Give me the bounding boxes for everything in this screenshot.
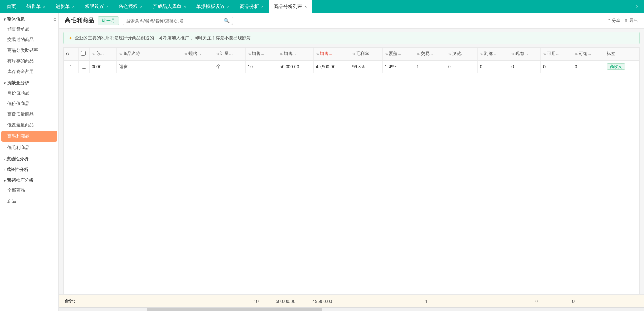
sidebar-item-new-goods[interactable]: 新品: [0, 196, 58, 206]
col-sellable[interactable]: 可销...: [572, 48, 604, 60]
select-all-checkbox[interactable]: [81, 51, 86, 56]
sidebar-group-marketing-arrow: ▾: [4, 178, 6, 182]
tab-product-analysis-close[interactable]: ×: [261, 4, 263, 9]
search-box[interactable]: 🔍: [123, 17, 233, 25]
cell-sales-amt: 50,000.00: [277, 60, 313, 73]
cell-name[interactable]: 运费: [116, 60, 182, 73]
sidebar-item-sales-goods[interactable]: 销售货单品: [0, 24, 58, 35]
content-header: 高毛利商品 近一月 🔍 ⤴ 分享 ⬆ 导出: [59, 13, 644, 29]
table-container[interactable]: ⚙ 商... 商品名称 规格... 计量... 销售... 销售... 销售..…: [63, 47, 640, 294]
tab-purchase-order[interactable]: 进货单 ×: [50, 0, 79, 13]
tab-product-warehousing-close[interactable]: ×: [184, 4, 186, 9]
sidebar-item-in-stock-goods[interactable]: 有库存的商品: [0, 56, 58, 66]
col-view1[interactable]: 浏览...: [446, 48, 477, 60]
tab-role-auth[interactable]: 角色授权 ×: [114, 0, 147, 13]
cell-check[interactable]: [78, 60, 89, 73]
tab-template-settings-close[interactable]: ×: [227, 4, 229, 9]
sidebar-group-flow-arrow: ›: [4, 157, 5, 161]
sidebar-item-stock-capital[interactable]: 库存资金占用: [0, 66, 58, 77]
filter-recent-month-button[interactable]: 近一月: [98, 16, 119, 25]
col-trade[interactable]: 交易...: [414, 48, 446, 60]
footer-label: 合计:: [65, 298, 75, 304]
col-current[interactable]: 现有...: [509, 48, 541, 60]
sidebar-collapse-button[interactable]: «: [53, 16, 56, 22]
sidebar-item-high-margin[interactable]: 高毛利商品: [1, 131, 57, 142]
tab-sales-order-close[interactable]: ×: [43, 4, 45, 9]
cell-current: 0: [509, 60, 541, 73]
tab-template-settings[interactable]: 单据模板设置 ×: [191, 0, 234, 13]
cell-spec: [182, 60, 214, 73]
col-tag: 标签: [604, 48, 639, 60]
col-spec[interactable]: 规格...: [182, 48, 214, 60]
row-checkbox[interactable]: [82, 64, 86, 69]
sidebar-item-category-rate[interactable]: 商品分类助销率: [0, 45, 58, 56]
col-sales-amt[interactable]: 销售...: [277, 48, 313, 60]
info-banner: ✦ 企业的主要的利润都是这部分商品创造的，可考虑加大推广，同时关注库存是不要出现…: [63, 32, 640, 44]
sidebar-item-all-goods[interactable]: 全部商品: [0, 185, 58, 196]
tag-badge: 高收入: [607, 63, 625, 70]
cell-tag: 高收入: [604, 60, 639, 73]
col-sales-cost[interactable]: 销售...: [313, 48, 350, 60]
footer-available: 0: [545, 299, 575, 304]
sidebar-group-contribution[interactable]: ▾ 贡献量分析: [0, 77, 58, 88]
export-button[interactable]: ⬆ 导出: [624, 18, 638, 24]
tab-permission-settings-close[interactable]: ×: [106, 4, 108, 9]
tab-product-warehousing[interactable]: 产成品入库单 ×: [148, 0, 191, 13]
col-sales-qty[interactable]: 销售...: [245, 48, 277, 60]
sidebar-group-growth[interactable]: › 成长性分析: [0, 164, 58, 174]
export-icon: ⬆: [624, 18, 628, 23]
footer-sales-amt: 50,000.00: [266, 299, 295, 304]
sidebar-group-flow[interactable]: › 流趋性分析: [0, 153, 58, 164]
tab-role-auth-close[interactable]: ×: [140, 4, 142, 9]
top-tab-bar: 首页 销售单 × 进货单 × 权限设置 × 角色授权 × 产成品入库单 × 单据…: [0, 0, 644, 13]
info-banner-text: 企业的主要的利润都是这部分商品创造的，可考虑加大推广，同时关注库存是不要出现缺货: [75, 35, 251, 41]
scrollbar-thumb[interactable]: [147, 308, 322, 311]
sidebar-group-overview[interactable]: ▾ 整体信息: [0, 13, 58, 24]
tab-purchase-order-close[interactable]: ×: [72, 4, 74, 9]
sidebar-item-low-value[interactable]: 低价值商品: [0, 98, 58, 109]
cell-trade[interactable]: 1: [414, 60, 446, 73]
cell-sales-cost: 49,900.00: [313, 60, 350, 73]
sidebar-group-growth-arrow: ›: [4, 168, 5, 172]
col-coverage[interactable]: 覆盖...: [382, 48, 414, 60]
trade-link[interactable]: 1: [417, 64, 419, 69]
window-close-button[interactable]: ×: [632, 3, 643, 10]
col-name[interactable]: 商品名称: [116, 48, 182, 60]
col-available[interactable]: 可用...: [541, 48, 572, 60]
col-settings[interactable]: ⚙: [64, 48, 78, 60]
sidebar-group-marketing[interactable]: ▾ 营销推广分析: [0, 174, 58, 185]
col-code[interactable]: 商...: [89, 48, 116, 60]
sidebar-item-traded-goods[interactable]: 交易过的商品: [0, 35, 58, 45]
search-input[interactable]: [126, 18, 222, 23]
col-check[interactable]: [78, 48, 89, 60]
tab-home[interactable]: 首页: [1, 0, 21, 13]
sidebar-item-low-margin[interactable]: 低毛利商品: [0, 142, 58, 153]
table-header-row: ⚙ 商... 商品名称 规格... 计量... 销售... 销售... 销售..…: [64, 48, 639, 60]
tab-sales-order[interactable]: 销售单 ×: [21, 0, 50, 13]
cell-sellable: 0: [572, 60, 604, 73]
footer-sum: 合计: 10 50,000.00 49,900.00 1 0 0: [59, 294, 644, 307]
cell-sales-qty: 10: [245, 60, 277, 73]
table-row: 1 0000... 运费 个 10 50,000.00 49,900.00 99…: [64, 60, 639, 73]
sidebar-item-low-coverage[interactable]: 低覆盖量商品: [0, 120, 58, 130]
sidebar-group-contribution-arrow: ▾: [4, 81, 6, 85]
page-title: 高毛利商品: [65, 17, 94, 25]
cell-unit: 个: [214, 60, 245, 73]
tab-product-analysis[interactable]: 商品分析 ×: [235, 0, 269, 13]
data-table: ⚙ 商... 商品名称 规格... 计量... 销售... 销售... 销售..…: [64, 48, 639, 73]
main-layout: « ▾ 整体信息 销售货单品 交易过的商品 商品分类助销率 有库存的商品 库存资…: [0, 13, 644, 311]
col-unit[interactable]: 计量...: [214, 48, 245, 60]
cell-margin-rate: 99.8%: [350, 60, 382, 73]
col-view2[interactable]: 浏览...: [478, 48, 509, 60]
sidebar-item-high-coverage[interactable]: 高覆盖量商品: [0, 109, 58, 120]
cell-idx: 1: [64, 60, 78, 73]
share-icon: ⤴: [608, 18, 610, 23]
col-margin-rate[interactable]: 毛利率: [350, 48, 382, 60]
sidebar: « ▾ 整体信息 销售货单品 交易过的商品 商品分类助销率 有库存的商品 库存资…: [0, 13, 59, 311]
cell-coverage: 1.49%: [382, 60, 414, 73]
tab-product-analysis-list-close[interactable]: ×: [305, 4, 307, 9]
share-button[interactable]: ⤴ 分享: [608, 18, 620, 24]
tab-permission-settings[interactable]: 权限设置 ×: [80, 0, 114, 13]
tab-product-analysis-list[interactable]: 商品分析列表 ×: [269, 0, 312, 13]
sidebar-item-high-value[interactable]: 高价值商品: [0, 88, 58, 98]
